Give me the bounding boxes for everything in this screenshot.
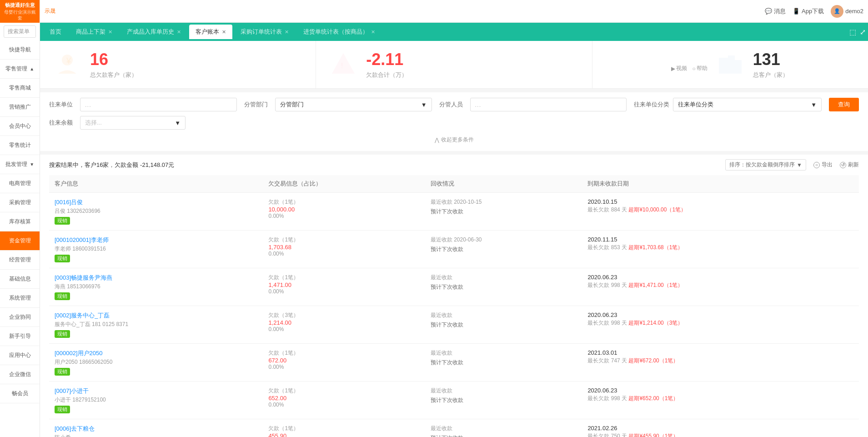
debt-amount-1[interactable]: 1,703.68	[268, 244, 419, 251]
tab-purchase-stat[interactable]: 进货单统计表（按商品） ✕	[297, 25, 381, 39]
avatar: 👤	[831, 5, 843, 18]
cell-customer-info-1: [0001020001]李老师 李老师 18600391516 现销	[49, 231, 263, 268]
customer-name-link-1[interactable]: [0001020001]李老师	[55, 236, 257, 244]
sidebar-item-new-guide[interactable]: 新手引导	[0, 327, 40, 346]
user-profile-button[interactable]: 👤 demo2	[831, 5, 863, 18]
tab-expand-icon[interactable]: ⬚	[849, 28, 856, 36]
card-content-3: 131 总客户（家）	[753, 50, 854, 79]
next-collect-6: 预计下次收款	[431, 434, 577, 437]
sidebar-item-operations[interactable]: 经营管理	[0, 251, 40, 270]
customer-name-link-3[interactable]: [0002]服务中心_丁磊	[55, 311, 257, 320]
overdue-amount-5[interactable]: 超期¥652.00（1笔）	[628, 395, 678, 402]
search-menu-item[interactable]: 搜索菜单	[0, 23, 40, 40]
sidebar-item-inventory[interactable]: 库存核算	[0, 212, 40, 231]
main-area: 示晟 💬 消息 📱 App下载 👤 demo2 首页	[40, 0, 868, 437]
last-collect-3: 最近收款	[431, 311, 577, 319]
svg-rect-6	[735, 60, 742, 74]
sidebar-item-basic-info[interactable]: 基础信息	[0, 270, 40, 289]
sidebar-item-wechat[interactable]: 企业微信	[0, 365, 40, 384]
tab-purchase-order[interactable]: 采购订单统计表 ✕	[234, 25, 295, 39]
overdue-amount-0[interactable]: 超期¥10,000.00（1笔）	[628, 206, 686, 213]
sidebar-item-purchase-mgmt[interactable]: 采购管理	[0, 193, 40, 212]
tab-customer-account[interactable]: 客户账本 ✕	[189, 25, 232, 39]
customer-name-link-5[interactable]: [0007]小进干	[55, 387, 257, 395]
chevron-down-icon: ▼	[421, 101, 427, 108]
tab-fullscreen-icon[interactable]: ⤢	[860, 28, 866, 36]
help-button[interactable]: ○ 帮助	[692, 65, 707, 72]
customer-name-link-4[interactable]: [000002]用户2050	[55, 349, 257, 357]
sidebar-item-retail-stat[interactable]: 零售统计	[0, 136, 40, 155]
sidebar-item-system[interactable]: 系统管理	[0, 289, 40, 308]
content-area: ¥ 16 总欠款客户（家） !	[40, 41, 868, 437]
debt-amount-2[interactable]: 1,471.00	[268, 281, 419, 288]
debt-amount-0[interactable]: 10,000.00	[268, 206, 419, 213]
next-collect-0: 预计下次收款	[431, 208, 577, 216]
tab-close-icon[interactable]: ✕	[177, 29, 181, 35]
overdue-amount-2[interactable]: 超期¥1,471.00（1笔）	[628, 282, 683, 288]
overdue-amount-6[interactable]: 超期¥455.90（1笔）	[628, 433, 678, 437]
overdue-amount-3[interactable]: 超期¥1,214.00（3笔）	[628, 320, 683, 326]
cell-due-date-0: 2020.10.15 最长欠款 884 天 超期¥10,000.00（1笔）	[582, 193, 859, 231]
tab-product-shelf[interactable]: 商品上下架 ✕	[70, 25, 119, 39]
refresh-button[interactable]: ↺ 刷新	[840, 161, 859, 169]
debt-count-2: 欠款（1笔）	[268, 274, 419, 281]
overdue-amount-1[interactable]: 超期¥1,703.68（1笔）	[628, 244, 683, 251]
sidebar-item-quick-nav[interactable]: 快捷导航	[0, 40, 40, 60]
debt-count-4: 欠款（1笔）	[268, 349, 419, 357]
tab-home[interactable]: 首页	[43, 25, 68, 39]
sidebar-item-finance[interactable]: 资金管理	[0, 231, 40, 251]
debt-amount-6[interactable]: 455.90	[268, 432, 419, 437]
sidebar-item-retail-mgmt[interactable]: 零售管理 ▲	[0, 60, 40, 79]
cell-customer-info-4: [000002]用户2050 用户2050 18665062050 现销	[49, 344, 263, 382]
sidebar-item-marketing[interactable]: 营销推广	[0, 98, 40, 117]
search-button[interactable]: 查询	[829, 98, 859, 111]
tab-close-icon[interactable]: ✕	[371, 29, 375, 35]
sort-select[interactable]: 排序：按欠款金额倒序排序 ▼	[725, 159, 806, 171]
app-download-button[interactable]: 📱 App下载	[793, 7, 824, 15]
video-button[interactable]: ▶ 视频	[671, 65, 687, 72]
message-button[interactable]: 💬 消息	[765, 7, 786, 15]
debt-amount-4[interactable]: 672.00	[268, 357, 419, 364]
top-bar: 示晟 💬 消息 📱 App下载 👤 demo2	[40, 0, 868, 23]
debt-amount-5[interactable]: 652.00	[268, 395, 419, 402]
sidebar-item-member-center[interactable]: 会员中心	[0, 117, 40, 136]
table-row: [0007]小进干 小进干 18279152100 现销 欠款（1笔） 652.…	[49, 382, 859, 419]
balance-select[interactable]: 选择... ▼	[80, 116, 186, 130]
table-row: [000002]用户2050 用户2050 18665062050 现销 欠款（…	[49, 344, 859, 382]
overdue-amount-4[interactable]: 超期¥672.00（1笔）	[628, 357, 678, 364]
app-icon: 📱	[793, 8, 800, 15]
sidebar: 畅捷通好生意 母婴行业演示账套 搜索菜单 快捷导航 零售管理 ▲ 零售商城 营销…	[0, 0, 40, 437]
sidebar-item-app-center[interactable]: 应用中心	[0, 346, 40, 365]
table-meta: 搜索结果中，客户16家，欠款金额 -21,148.07元 排序：按欠款金额倒序排…	[49, 155, 859, 175]
sidebar-item-enterprise[interactable]: 企业协同	[0, 308, 40, 327]
customer-name-link-6[interactable]: [0006]去下粮仓	[55, 425, 257, 433]
tab-production-history[interactable]: 产成品入库单历史 ✕	[120, 25, 187, 39]
debt-amount-3[interactable]: 1,214.00	[268, 319, 419, 326]
customer-contact-5: 小进干 18279152100	[55, 396, 257, 404]
cell-recover-status-6: 最近收款 预计下次收款	[425, 419, 582, 437]
customer-name-link-2[interactable]: [0003]畅捷服务尹海燕	[55, 274, 257, 282]
tab-close-icon[interactable]: ✕	[108, 29, 112, 35]
unit-category-select[interactable]: 往来单位分类 ▼	[673, 98, 822, 111]
customer-name-link-0[interactable]: [0016]吕俊	[55, 198, 257, 206]
sidebar-item-ecommerce[interactable]: 电商管理	[0, 174, 40, 193]
sidebar-item-retail-mall[interactable]: 零售商城	[0, 79, 40, 98]
debt-customers-number: 16	[90, 50, 302, 69]
customer-contact-6: 陈小希	[55, 434, 257, 437]
dept-label: 分管部门	[244, 100, 271, 109]
debt-ratio-0: 0.00%	[268, 213, 419, 219]
tab-close-icon[interactable]: ✕	[285, 29, 289, 35]
debt-ratio-3: 0.00%	[268, 326, 419, 332]
collapse-button[interactable]: ⋀ 收起更多条件	[435, 136, 474, 144]
source-unit-input[interactable]: ...	[80, 98, 237, 111]
sidebar-item-batch-mgmt[interactable]: 批发管理 ▼	[0, 155, 40, 174]
tab-close-icon[interactable]: ✕	[222, 29, 226, 35]
dept-select[interactable]: 分管部门 ▼	[275, 98, 432, 111]
table-row: [0001020001]李老师 李老师 18600391516 现销 欠款（1笔…	[49, 231, 859, 268]
person-input[interactable]: ...	[470, 98, 627, 111]
debt-ratio-2: 0.00%	[268, 288, 419, 295]
due-date-0: 2020.10.15	[587, 198, 853, 205]
tab-bar: 首页 商品上下架 ✕ 产成品入库单历史 ✕ 客户账本 ✕ 采购订单统计表 ✕ 进…	[40, 23, 868, 41]
sidebar-item-member[interactable]: 畅会员	[0, 384, 40, 403]
export-button[interactable]: ○ 导出	[813, 161, 833, 169]
